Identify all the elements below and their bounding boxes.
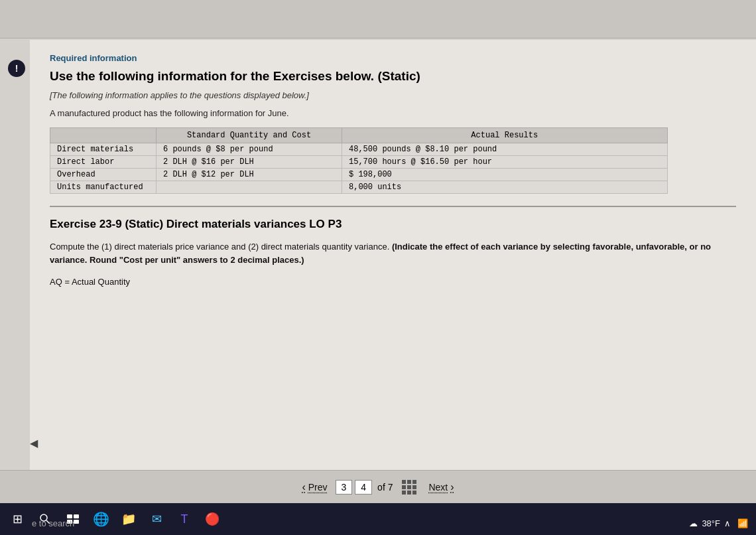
page-indicator: 3 4 of 7 [336,480,421,495]
start-button[interactable]: ⊞ [5,507,29,531]
row-label-1: Direct materials [50,143,157,155]
compute-text: Compute the (1) direct materials price v… [50,240,736,268]
italic-note: [The following information applies to th… [50,90,736,100]
main-heading: Use the following information for the Ex… [50,68,736,85]
current-page[interactable]: 3 [336,480,353,495]
prev-button[interactable]: ‹ Prev [302,481,327,493]
col-header-label [50,127,157,143]
row-actual-4: 8,000 units [342,181,668,193]
row-standard-3: 2 DLH @ $12 per DLH [157,168,342,181]
mail-button[interactable]: ✉ [145,507,168,531]
taskbar: ⊞ 🌐 📁 ✉ T 🔴 ☁ 38°F ∧ 📶 [0,503,756,535]
next-arrow-icon: › [450,481,454,493]
aq-label: AQ = Actual Quantity [50,277,736,287]
table-row: Overhead 2 DLH @ $12 per DLH $ 198,000 [50,168,668,181]
prev-label: Prev [308,482,328,493]
chevron-up-icon: ∧ [724,518,731,528]
row-standard-1: 6 pounds @ $8 per pound [157,143,342,155]
row-label-3: Overhead [50,168,157,181]
divider [50,206,736,207]
required-info-label: Required information [50,53,736,63]
next-button[interactable]: Next › [428,481,454,493]
file-button[interactable]: 📁 [117,507,141,531]
total-pages: of 7 [377,482,393,493]
temperature: 38°F [702,518,720,528]
info-table: Standard Quantity and Cost Actual Result… [50,127,668,194]
table-row: Direct labor 2 DLH @ $16 per DLH 15,700 … [50,155,668,168]
page-4[interactable]: 4 [355,480,372,495]
alert-icon: ! [8,60,25,77]
next-label: Next [428,482,448,493]
row-label-2: Direct labor [50,155,157,168]
compute-text-1: Compute the (1) direct materials price v… [50,242,392,252]
edge-button[interactable]: 🌐 [89,507,113,531]
grid-view-icon[interactable] [402,480,416,495]
table-row: Units manufactured 8,000 units [50,181,668,193]
col-header-actual: Actual Results [342,127,668,143]
exercise-title: Exercise 23-9 (Static) Direct materials … [50,218,736,231]
teams-button[interactable]: T [172,507,196,531]
prev-arrow-icon: ‹ [302,481,305,493]
col-header-standard: Standard Quantity and Cost [157,127,342,143]
scroll-left-indicator[interactable]: ◀ [30,437,38,449]
row-actual-1: 48,500 pounds @ $8.10 per pound [342,143,668,155]
row-standard-2: 2 DLH @ $16 per DLH [157,155,342,168]
row-label-4: Units manufactured [50,181,157,193]
cloud-icon: ☁ [689,518,698,528]
description-text: A manufactured product has the following… [50,108,736,118]
top-bar [0,0,756,38]
search-area-label: e to search [32,518,74,528]
table-row: Direct materials 6 pounds @ $8 per pound… [50,143,668,155]
row-standard-4 [157,181,342,193]
chrome-button[interactable]: 🔴 [200,507,224,531]
row-actual-3: $ 198,000 [342,168,668,181]
row-actual-2: 15,700 hours @ $16.50 per hour [342,155,668,168]
network-icon: 📶 [737,518,748,528]
bottom-nav: ‹ Prev 3 4 of 7 Next › [0,470,756,503]
main-content: Required information Use the following i… [30,40,756,495]
weather-info: ☁ 38°F ∧ 📶 [689,518,748,528]
